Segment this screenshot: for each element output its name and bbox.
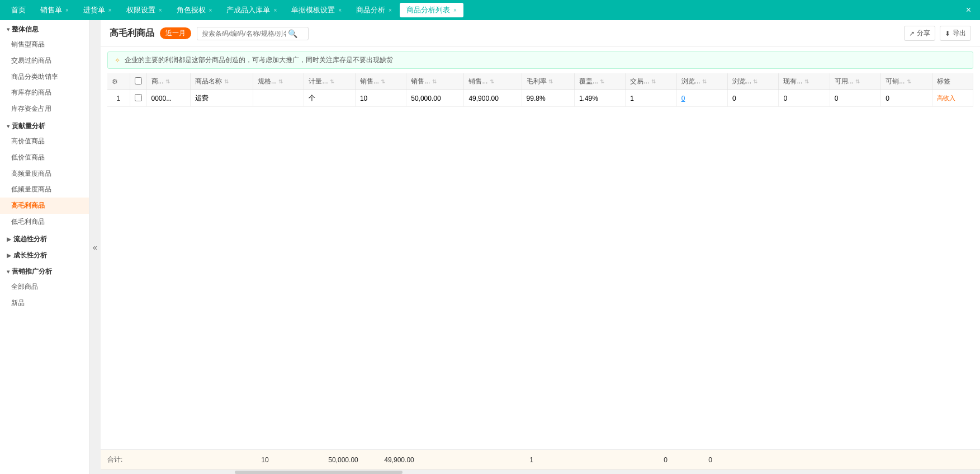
- sidebar-section-growth[interactable]: ▶ 成长性分析: [0, 246, 89, 262]
- table-wrapper: ⚙ 商... ⇅ 商品名称 ⇅: [101, 73, 980, 449]
- col-code-header[interactable]: 商... ⇅: [146, 73, 191, 90]
- finance-arrow-icon: ▾: [7, 123, 10, 129]
- sidebar-item-sales-goods[interactable]: 销售型商品: [0, 36, 89, 53]
- nav-purchase[interactable]: 进货单 ×: [77, 3, 119, 17]
- col-trade-cnt-header[interactable]: 交易... ⇅: [626, 73, 676, 90]
- total-label: 合计:: [107, 455, 122, 464]
- close-purchase-tab[interactable]: ×: [108, 7, 112, 13]
- footer-empty4: [614, 456, 659, 464]
- col-settings[interactable]: ⚙: [107, 73, 130, 90]
- cell-saleable: 0: [881, 90, 932, 107]
- sort-icon: ⇅: [490, 78, 494, 85]
- bulb-icon: ✧: [115, 57, 120, 64]
- search-icon[interactable]: 🔍: [288, 29, 297, 38]
- nav-permission[interactable]: 权限设置 ×: [120, 3, 169, 17]
- sidebar-item-high-profit[interactable]: 高毛利商品: [0, 198, 89, 214]
- col-tag-header: 标签: [932, 73, 973, 90]
- close-analysis-list-tab[interactable]: ×: [453, 7, 457, 13]
- col-check: [130, 73, 146, 90]
- scroll-thumb[interactable]: [235, 471, 403, 474]
- horizontal-scrollbar[interactable]: [101, 470, 980, 474]
- col-name-header[interactable]: 商品名称 ⇅: [191, 73, 253, 90]
- sidebar-item-low-freq[interactable]: 低频量度商品: [0, 181, 89, 198]
- col-sales-qty-header[interactable]: 销售... ⇅: [355, 73, 406, 90]
- nav-role[interactable]: 角色授权 ×: [170, 3, 219, 17]
- col-saleable-header[interactable]: 可销... ⇅: [881, 73, 932, 90]
- col-available-header[interactable]: 可用... ⇅: [830, 73, 880, 90]
- close-product-entry-tab[interactable]: ×: [273, 7, 277, 13]
- sidebar-item-new-goods[interactable]: 新品: [0, 295, 89, 311]
- nav-analysis[interactable]: 商品分析 ×: [349, 3, 399, 17]
- cell-gross-margin: 99.8%: [522, 90, 574, 107]
- col-current-stock-header[interactable]: 现有... ⇅: [779, 73, 830, 90]
- nav-home[interactable]: 首页: [4, 3, 32, 17]
- header-actions: ↗ 分享 ⬇ 导出: [904, 26, 971, 41]
- col-unit-header[interactable]: 计量... ⇅: [304, 73, 355, 90]
- sidebar-item-all-goods[interactable]: 全部商品: [0, 279, 89, 295]
- sort-icon: ⇅: [600, 78, 604, 85]
- sidebar-section-overall[interactable]: ▾ 整体信息: [0, 20, 89, 36]
- sidebar-item-stocked-goods[interactable]: 有库存的商品: [0, 85, 89, 101]
- footer-empty1: [435, 456, 480, 464]
- data-table: ⚙ 商... ⇅ 商品名称 ⇅: [107, 73, 973, 107]
- footer-sales-qty: 10: [257, 456, 324, 464]
- search-input[interactable]: [202, 30, 286, 37]
- main-layout: ▾ 整体信息 销售型商品 交易过的商品 商品分类助销率 有库存的商品 库存资金占…: [0, 20, 980, 474]
- col-gross-margin-header[interactable]: 毛利率 ⇅: [522, 73, 574, 90]
- cell-check[interactable]: [130, 90, 146, 107]
- footer-available: 0: [704, 456, 749, 464]
- col-sales-amt-header[interactable]: 销售... ⇅: [406, 73, 464, 90]
- footer-sales-cost: 49,900.00: [380, 456, 435, 464]
- sidebar-item-high-freq[interactable]: 高频量度商品: [0, 166, 89, 182]
- close-permission-tab[interactable]: ×: [159, 7, 162, 13]
- sidebar-section-trend[interactable]: ▶ 流趋性分析: [0, 230, 89, 246]
- share-icon: ↗: [909, 30, 915, 37]
- sidebar-item-goods-score[interactable]: 商品分类助销率: [0, 69, 89, 85]
- col-sales-cost-header[interactable]: 销售... ⇅: [464, 73, 522, 90]
- close-template-tab[interactable]: ×: [338, 7, 342, 13]
- sidebar-item-low-price[interactable]: 低价值商品: [0, 149, 89, 166]
- table-header-row: ⚙ 商... ⇅ 商品名称 ⇅: [107, 73, 973, 90]
- sidebar-section-marketing[interactable]: ▾ 营销推广分析: [0, 262, 89, 279]
- cell-unit: 个: [304, 90, 355, 107]
- close-role-tab[interactable]: ×: [209, 7, 212, 13]
- window-close-button[interactable]: ×: [962, 5, 976, 15]
- share-button[interactable]: ↗ 分享: [904, 26, 935, 41]
- high-income-badge: 高收入: [937, 95, 955, 101]
- nav-template[interactable]: 单据模板设置 ×: [285, 3, 348, 17]
- info-bar: ✧ 企业的主要的利润都是这部分商品创造的，可考虑加大推广，同时关注库存是不要出现…: [107, 51, 973, 69]
- sidebar-item-low-profit[interactable]: 低毛利商品: [0, 214, 89, 230]
- sidebar-item-high-price[interactable]: 高价值商品: [0, 133, 89, 149]
- sidebar-section-finance[interactable]: ▾ 贡献量分析: [0, 117, 89, 133]
- period-button[interactable]: 近一月: [160, 27, 191, 39]
- sidebar: ▾ 整体信息 销售型商品 交易过的商品 商品分类助销率 有库存的商品 库存资金占…: [0, 20, 89, 474]
- footer-empty2: [480, 456, 525, 464]
- col-browse2-header[interactable]: 浏览... ⇅: [728, 73, 779, 90]
- nav-analysis-list[interactable]: 商品分析列表 ×: [400, 3, 463, 17]
- cell-browse1[interactable]: 0: [676, 90, 727, 107]
- sidebar-item-stock-ratio[interactable]: 库存资金占用: [0, 101, 89, 117]
- cell-code: 0000...: [146, 90, 191, 107]
- select-all-checkbox[interactable]: [135, 77, 142, 85]
- col-coverage-header[interactable]: 覆盖... ⇅: [574, 73, 625, 90]
- sort-icon: ⇅: [907, 78, 911, 85]
- close-analysis-tab[interactable]: ×: [389, 7, 392, 13]
- settings-icon[interactable]: ⚙: [112, 78, 118, 86]
- col-spec-header[interactable]: 规格... ⇅: [253, 73, 304, 90]
- footer-cells: 10 50,000.00 49,900.00 1 0 0: [145, 456, 749, 464]
- col-browse1-header[interactable]: 浏览... ⇅: [676, 73, 727, 90]
- sort-icon: ⇅: [548, 78, 553, 85]
- trend-arrow-icon: ▶: [7, 236, 11, 242]
- nav-sales[interactable]: 销售单 ×: [34, 3, 75, 17]
- footer-empty3: [570, 456, 614, 464]
- cell-sales-amt: 50,000.00: [406, 90, 464, 107]
- nav-product-entry[interactable]: 产成品入库单 ×: [220, 3, 283, 17]
- cell-available: 0: [830, 90, 880, 107]
- cell-coverage: 1.49%: [574, 90, 625, 107]
- marketing-arrow-icon: ▾: [7, 269, 10, 275]
- export-button[interactable]: ⬇ 导出: [940, 26, 971, 41]
- close-sales-tab[interactable]: ×: [65, 7, 69, 13]
- sidebar-collapse-button[interactable]: «: [89, 20, 101, 474]
- sidebar-item-traded-goods[interactable]: 交易过的商品: [0, 53, 89, 69]
- row-checkbox[interactable]: [135, 94, 142, 101]
